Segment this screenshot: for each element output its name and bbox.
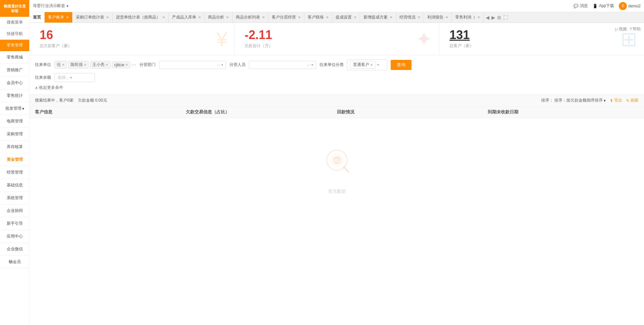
filter-category-tag-close[interactable]: ✕ (370, 63, 373, 67)
tab-customer-account[interactable]: 客户账本 ✕ (45, 12, 73, 23)
sidebar-item-system-mgmt[interactable]: 系统管理 (0, 192, 29, 205)
tab-close-icon[interactable]: ✕ (66, 15, 69, 19)
tab-close-icon[interactable]: ✕ (198, 15, 201, 19)
sidebar-item-retail-stat[interactable]: 零售统计 (0, 89, 29, 102)
stat-card-actions: ▷ 视频 ? 帮助 (615, 26, 641, 32)
filter-dept-dots[interactable]: ··· (217, 63, 220, 67)
stats-bar: 16 总欠款客户（家） ¥ -2.11 欠款合计（万） ✦ 131 总客户（家）… (30, 23, 644, 55)
filter-category-tag[interactable]: 普通客户 ✕ (350, 61, 376, 69)
tab-goods-analysis[interactable]: 商品分析 ✕ (205, 12, 232, 23)
sidebar-item-member[interactable]: 畅会员 (0, 256, 29, 268)
filter-category-label: 往来单位分类 (319, 62, 344, 68)
tab-close-icon[interactable]: ✕ (445, 15, 448, 19)
sidebar-search[interactable]: 搜索菜单 (0, 17, 29, 28)
tab-close-icon[interactable]: ✕ (477, 15, 480, 19)
video-btn[interactable]: ▷ 视频 (615, 26, 627, 32)
sidebar-item-purchase-mgmt[interactable]: 采购管理 (0, 128, 29, 141)
table-header: 客户信息 欠款交易信息（占比） 回款情况 到期未收款日期 (30, 106, 644, 118)
tab-close-icon[interactable]: ✕ (162, 15, 165, 19)
tab-close-icon[interactable]: ✕ (354, 15, 356, 19)
filter-tag-close-0[interactable]: ✕ (62, 63, 65, 67)
tab-profit-report[interactable]: 利润报告 ✕ (424, 12, 452, 23)
sidebar-item-basic-info[interactable]: 基础信息 (0, 179, 29, 192)
tab-prev-arrow[interactable]: ◀ (485, 14, 490, 21)
tabbar: 首页 客户账本 ✕ 采购订单统计表 ✕ 进货单统计表（按商品） ✕ 产成品入库单… (30, 12, 644, 23)
filter-row-2: 往来余额 选择... ▾ (35, 73, 639, 82)
tab-customer-layer[interactable]: 客户分层经营 ✕ (268, 12, 304, 23)
filter-tag-3[interactable]: cjttcw ✕ (112, 62, 130, 68)
tab-purchase-stat[interactable]: 进货单统计表（按商品） ✕ (113, 12, 169, 23)
sidebar-quicknav[interactable]: 快捷导航 (0, 28, 29, 40)
tab-close-icon[interactable]: ✕ (418, 15, 420, 19)
tab-home[interactable]: 首页 (30, 12, 45, 23)
tab-close-icon[interactable]: ✕ (298, 15, 301, 19)
tab-goods-analysis-list[interactable]: 商品分析列表 ✕ (232, 12, 268, 23)
filter-more-tags[interactable]: ··· (132, 62, 136, 68)
help-btn[interactable]: ? 帮助 (630, 26, 641, 32)
filter-tag-close-3[interactable]: ✕ (125, 63, 128, 67)
tab-close-icon[interactable]: ✕ (106, 15, 109, 19)
sidebar-item-ecommerce-mgmt[interactable]: 电商管理 (0, 115, 29, 128)
play-icon: ▷ (615, 27, 618, 32)
sort-select[interactable]: 排序： 排序：按欠款金额倒序排序 ▾ (541, 98, 606, 103)
user-profile[interactable]: D demo2 (619, 2, 641, 10)
chevron-up-icon: ∧ (35, 85, 38, 90)
tab-close-icon[interactable]: ✕ (262, 15, 265, 19)
empty-icon (320, 145, 354, 185)
tab-expand-icon[interactable]: ⊞ (497, 14, 502, 21)
tab-product-inbound[interactable]: 产成品入库单 ✕ (169, 12, 205, 23)
sidebar-item-retail-mall[interactable]: 零售商城 (0, 51, 29, 64)
topbar: 母婴行业演示帐套 ▾ 💬 消息 📱 App下载 D demo2 (30, 0, 644, 12)
sidebar-retail-mgmt[interactable]: 零售管理 (0, 40, 29, 51)
filter-dept-select[interactable]: ··· ▾ (159, 61, 226, 69)
filter-tag-2[interactable]: 王小亮 ✕ (90, 61, 111, 69)
app-download-btn[interactable]: 📱 App下载 (593, 3, 614, 9)
sidebar-item-operation-mgmt[interactable]: 经营管理 (0, 166, 29, 179)
sidebar-item-marketing[interactable]: 营销推广 (0, 64, 29, 77)
tab-customer-contact[interactable]: 客户联络 ✕ (304, 12, 332, 23)
tab-business-situation[interactable]: 经营情况 ✕ (396, 12, 424, 23)
sidebar-item-app-center[interactable]: 应用中心 (0, 230, 29, 243)
empty-state: 暂无数据 (30, 118, 644, 221)
filter-person-dots[interactable]: ··· (307, 63, 310, 67)
tab-new-raise-plan[interactable]: 新增提成方案 ✕ (360, 12, 396, 23)
svg-line-2 (344, 167, 349, 172)
tab-close-icon[interactable]: ✕ (226, 15, 229, 19)
chevron-down-icon: ▾ (604, 98, 606, 103)
tab-purchase-order[interactable]: 采购订单统计表 ✕ (73, 12, 113, 23)
sidebar-item-new-guide[interactable]: 新手引导 (0, 217, 29, 230)
stat-card-customers: 16 总欠款客户（家） ¥ (30, 23, 234, 55)
sidebar-item-wholesale-mgmt[interactable]: 批发管理 ▾ (0, 102, 29, 115)
tab-retail-profit[interactable]: 零售利润（ ✕ (452, 12, 484, 23)
tab-close-icon[interactable]: ✕ (326, 15, 329, 19)
tab-raise-settings[interactable]: 提成设置 ✕ (332, 12, 360, 23)
filter-tag-close-1[interactable]: ✕ (84, 63, 86, 67)
refresh-btn[interactable]: ↻ 刷新 (626, 98, 639, 103)
query-button[interactable]: 查询 (391, 60, 412, 70)
filter-category-select[interactable]: 普通客户 ✕ ▾ (347, 59, 387, 70)
tab-fullscreen-icon[interactable]: ⛶ (503, 14, 509, 21)
sidebar-item-inventory-check[interactable]: 库存核算 (0, 141, 29, 153)
sidebar-item-enterprise-collab[interactable]: 企业协同 (0, 205, 29, 217)
filter-unit-label: 往来单位 (35, 62, 51, 68)
sidebar-item-enterprise-wechat[interactable]: 企业微信 (0, 243, 29, 256)
table-col-overdue: 到期未收款日期 (488, 109, 639, 115)
message-btn[interactable]: 💬 消息 (573, 3, 588, 9)
filter-balance-select[interactable]: 选择... ▾ (54, 73, 95, 82)
filter-tag-close-2[interactable]: ✕ (105, 63, 108, 67)
export-icon: ⬆ (610, 98, 613, 103)
tab-next-arrow[interactable]: ▶ (491, 14, 496, 21)
export-btn[interactable]: ⬆ 导出 (610, 98, 622, 103)
filter-tag-0[interactable]: 伍 ✕ (54, 61, 67, 69)
stat-card-total-customers: 131 总客户（家） ⊞ ▷ 视频 ? 帮助 (439, 23, 644, 55)
account-selector[interactable]: 母婴行业演示帐套 ▾ (33, 3, 69, 9)
tab-close-icon[interactable]: ✕ (390, 15, 392, 19)
filter-tag-1[interactable]: 陈民强 ✕ (68, 61, 89, 69)
sidebar: 畅捷通好生意 标版 搜索菜单 快捷导航 零售管理 零售商城 营销推广 会员中心 … (0, 0, 30, 325)
filter-bar: 往来单位 伍 ✕ 陈民强 ✕ 王小亮 ✕ cjttcw (30, 55, 644, 95)
sidebar-item-member-center[interactable]: 会员中心 (0, 77, 29, 89)
sort-label: 排序： (541, 98, 553, 103)
sidebar-item-capital-mgmt[interactable]: 资金管理 (0, 153, 29, 166)
collapse-filter-btn[interactable]: ∧ 收起更多条件 (35, 85, 63, 91)
filter-person-select[interactable]: ··· ▾ (249, 61, 316, 69)
